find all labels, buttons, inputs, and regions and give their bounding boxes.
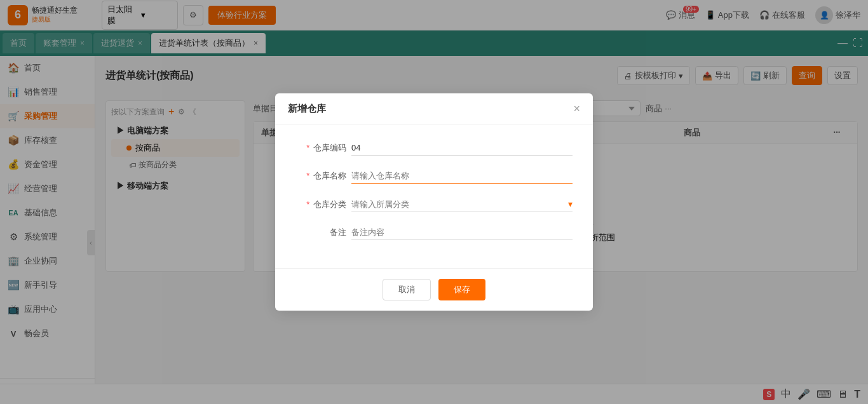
save-button[interactable]: 保存 — [438, 279, 485, 300]
form-row-code: * 仓库编码 — [295, 140, 573, 156]
add-warehouse-modal: 新增仓库 × * 仓库编码 * 仓库名称 — [275, 93, 593, 311]
modal-footer: 取消 保存 — [275, 268, 593, 311]
modal-overlay: 新增仓库 × * 仓库编码 * 仓库名称 — [0, 0, 868, 404]
required-mark-code: * — [306, 143, 309, 152]
modal-body: * 仓库编码 * 仓库名称 * 仓库分类 — [275, 125, 593, 268]
modal-header: 新增仓库 × — [275, 93, 593, 125]
form-remark-label: 备注 — [295, 227, 346, 238]
required-mark-name: * — [306, 171, 309, 180]
form-category-label: * 仓库分类 — [295, 199, 346, 210]
form-row-category: * 仓库分类 ▾ — [295, 196, 573, 212]
warehouse-remark-input[interactable] — [351, 225, 573, 240]
modal-title: 新增仓库 — [288, 103, 326, 115]
cancel-button[interactable]: 取消 — [383, 279, 431, 300]
form-row-remark: 备注 — [295, 225, 573, 240]
warehouse-category-input[interactable] — [351, 199, 568, 209]
required-mark-category: * — [306, 199, 309, 209]
warehouse-category-select-wrap[interactable]: ▾ — [351, 196, 573, 212]
form-row-name: * 仓库名称 — [295, 168, 573, 184]
form-name-label: * 仓库名称 — [295, 170, 346, 182]
warehouse-name-input[interactable] — [351, 168, 573, 184]
category-dropdown-icon[interactable]: ▾ — [568, 199, 573, 209]
warehouse-code-input[interactable] — [351, 140, 573, 156]
form-code-label: * 仓库编码 — [295, 142, 346, 154]
modal-close-button[interactable]: × — [573, 102, 580, 116]
